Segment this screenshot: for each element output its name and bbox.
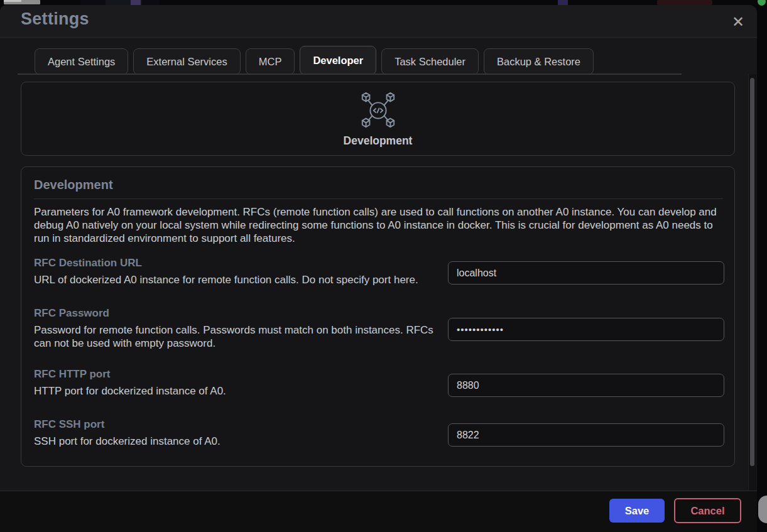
page-scroll-handle[interactable] [758, 496, 767, 523]
field-row-rfc-ssh-port: RFC SSH port SSH port for dockerized ins… [34, 418, 725, 448]
field-description: SSH port for dockerized instance of A0. [34, 435, 441, 448]
cancel-button[interactable]: Cancel [674, 498, 741, 523]
tab-agent-settings[interactable]: Agent Settings [35, 48, 128, 75]
settings-tab-bar: Agent Settings External Services MCP Dev… [35, 47, 594, 75]
rfc-password-input[interactable] [448, 318, 724, 341]
rfc-ssh-port-input[interactable] [448, 423, 724, 447]
field-row-rfc-destination-url: RFC Destination URL URL of dockerized A0… [34, 257, 725, 286]
tab-task-scheduler[interactable]: Task Scheduler [381, 48, 479, 75]
hero-section-label: Development [344, 134, 413, 148]
tab-mcp[interactable]: MCP [246, 48, 295, 75]
development-network-icon [359, 90, 398, 132]
modal-title: Settings [21, 9, 89, 29]
section-description: Parameters for A0 framework development.… [34, 205, 725, 245]
field-description: Password for remote function calls. Pass… [34, 323, 441, 350]
save-button[interactable]: Save [609, 499, 665, 523]
field-row-rfc-http-port: RFC HTTP port HTTP port for dockerized i… [34, 368, 725, 398]
tab-developer[interactable]: Developer [300, 46, 376, 75]
rfc-destination-url-input[interactable] [448, 261, 724, 285]
settings-modal: Settings ✕ Agent Settings External Servi… [0, 5, 757, 532]
development-section: Development Parameters for A0 framework … [21, 166, 735, 467]
rfc-http-port-input[interactable] [448, 374, 724, 397]
connection-status-dot [758, 0, 766, 6]
modal-header [0, 5, 757, 38]
modal-scrollbar-thumb[interactable] [750, 78, 754, 466]
background-status-text [657, 0, 712, 5]
tab-bar-underline [18, 73, 682, 75]
field-row-rfc-password: RFC Password Password for remote functio… [34, 307, 725, 350]
field-description: URL of dockerized A0 instance for remote… [34, 273, 441, 286]
background-app-logo-highlight [4, 0, 21, 2]
close-icon[interactable]: ✕ [727, 12, 749, 32]
tab-backup-restore[interactable]: Backup & Restore [484, 48, 594, 75]
modal-footer: Save Cancel [0, 491, 757, 532]
development-hero-card: Development [21, 82, 735, 156]
tab-external-services[interactable]: External Services [133, 48, 240, 75]
section-title: Development [34, 178, 113, 192]
section-divider [34, 198, 723, 199]
field-description: HTTP port for dockerized instance of A0. [34, 384, 441, 398]
